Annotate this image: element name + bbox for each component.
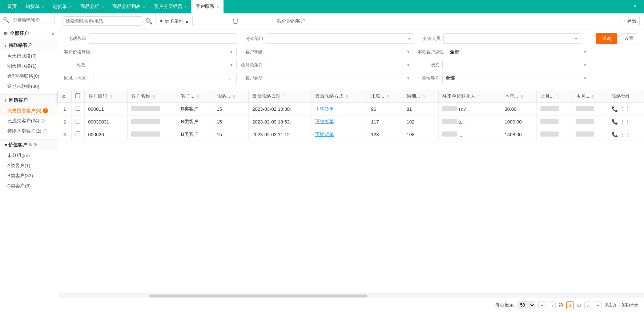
my-customers-checkbox[interactable] — [196, 19, 275, 24]
my-customers-checkbox-label[interactable]: 我分管的客户 — [196, 18, 305, 24]
th-name[interactable]: 客户名称 ⇅ — [128, 90, 177, 103]
row-checkbox-3[interactable] — [71, 128, 84, 141]
phone-icon-3[interactable]: 📞 — [612, 131, 618, 137]
more-conditions-button[interactable]: ▼ 更多条件 ▲ — [156, 16, 193, 26]
value-refresh-icon[interactable]: ↻ — [29, 142, 32, 147]
nav-product-analysis[interactable]: 商品分析 × — [76, 0, 108, 13]
row-last-method-3[interactable]: 下销货单 — [311, 128, 367, 141]
filter-level-select[interactable]: ▼ — [266, 47, 414, 57]
sidebar-item-c-class[interactable]: C类客户(6) — [0, 181, 58, 191]
filter-phone-input[interactable] — [89, 33, 237, 44]
sidebar-item-churn-warning[interactable]: 流失预警客户(3) ! — [0, 106, 58, 116]
settings-button[interactable]: 设置 — [620, 33, 638, 44]
th-this-month[interactable]: 本月... ⇅ — [572, 90, 608, 103]
th-level[interactable]: 客户... ⇅ — [177, 90, 213, 103]
nav-sales-close[interactable]: × — [42, 4, 44, 9]
sidebar-item-a-class[interactable]: A类客户(1) — [0, 161, 58, 171]
search-button[interactable]: 🔍 — [145, 18, 153, 25]
sidebar-item-overdue[interactable]: 逾期未联络(30) — [0, 81, 58, 92]
phone-icon-1[interactable]: 📞 — [612, 106, 618, 112]
window-close-button[interactable]: × — [629, 3, 641, 10]
filter-nature-label: 性质 — [64, 62, 86, 68]
th-contact2[interactable]: 往来单位联系人 ⇅ — [439, 90, 501, 103]
th-uncontacted[interactable]: 未联... ⇅ — [367, 90, 403, 103]
nav-home[interactable]: 首页 — [3, 0, 21, 13]
th-checkbox[interactable] — [71, 90, 84, 103]
nav-product-list[interactable]: 商品分析列表 × — [108, 0, 149, 13]
filter-payment-select[interactable]: ▼ — [266, 60, 414, 70]
sidebar-item-declining[interactable]: 持续下滑客户(2) ⓘ — [0, 126, 58, 136]
next-page-button[interactable]: › — [584, 301, 591, 309]
table-settings-icon[interactable]: ⚙ — [62, 94, 66, 99]
sidebar-all-customers[interactable]: ⊞ 全部客户 « — [0, 27, 58, 40]
prev-page-button[interactable]: ‹ — [549, 301, 555, 309]
first-page-button[interactable]: « — [538, 301, 546, 309]
row-checkbox-1[interactable] — [71, 103, 84, 116]
sidebar-item-lost[interactable]: 已流失客户(24) ⓘ — [0, 116, 58, 126]
row-last-method-2[interactable]: 下销货单 — [311, 116, 367, 128]
filter-zero-customer-select[interactable]: 全部 ▼ — [442, 73, 590, 83]
horizontal-scrollbar[interactable] — [58, 293, 644, 298]
phone-icon-2[interactable]: 📞 — [612, 119, 618, 125]
filter-dept-select[interactable]: ▼ — [266, 33, 414, 44]
filter-region-select[interactable]: … — [93, 73, 237, 83]
per-page-select[interactable]: 50 100 200 — [517, 301, 535, 309]
filter-nature-select[interactable]: ▼ — [89, 60, 237, 70]
nav-customer-tier-close[interactable]: × — [185, 4, 187, 9]
filter-zero-customer: 零散客户 全部 ▼ — [418, 73, 590, 83]
more-actions-icon-2[interactable]: ⋮⋮ — [620, 119, 630, 125]
export-button[interactable]: ↑ 导出 — [620, 16, 640, 26]
nav-product-analysis-close[interactable]: × — [101, 4, 104, 9]
row-action-2[interactable]: 📞 ⋮⋮ — [608, 116, 644, 128]
nav-purchase[interactable]: 进货单 × — [48, 0, 76, 13]
sidebar-item-b-class[interactable]: B类客户(33) — [0, 171, 58, 181]
filter-zero-customer-label: 零散客户 — [418, 75, 439, 81]
more-actions-icon-1[interactable]: ⋮⋮ — [620, 106, 630, 112]
row-action-3[interactable]: 📞 ⋮⋮ — [608, 128, 644, 141]
row-last-method-1[interactable]: 下销货单 — [311, 103, 367, 116]
th-last-date[interactable]: 最后联络日期 ⇅ — [249, 90, 311, 103]
person-more-button[interactable]: … — [584, 36, 592, 41]
nav-product-list-close[interactable]: × — [143, 4, 145, 9]
nav-purchase-close[interactable]: × — [69, 4, 71, 9]
nav-sales[interactable]: 销货单 × — [21, 0, 48, 13]
scroll-thumb[interactable] — [149, 295, 367, 297]
filter-zero-attr-select[interactable]: 全部 ▼ — [447, 47, 590, 57]
nav-customer-contact[interactable]: 客户联系 × — [191, 0, 223, 13]
row-checkbox-2[interactable] — [71, 116, 84, 128]
region-more-button[interactable]: … — [226, 76, 233, 81]
th-last-month[interactable]: 上月... ⇅ — [536, 90, 572, 103]
sidebar-collapse-icon[interactable]: « — [52, 31, 54, 36]
nav-customer-contact-close[interactable]: × — [217, 4, 219, 9]
last-page-button[interactable]: » — [594, 301, 601, 309]
nature-arrow-icon: ▼ — [230, 63, 233, 67]
sidebar-item-ungrouped[interactable]: 未分组(32) — [0, 150, 58, 161]
filter-cust-type-select[interactable]: ▼ — [266, 73, 414, 83]
row-contact-3: 15 — [213, 128, 249, 141]
th-settings[interactable]: ⚙ — [58, 90, 71, 103]
sidebar-problem-header[interactable]: ▼ 问题客户 — [0, 95, 58, 106]
filter-status-select[interactable]: ▼ — [442, 60, 590, 70]
filter-person-select[interactable]: ▼ — [443, 33, 581, 44]
sidebar-search-input[interactable] — [11, 16, 55, 24]
value-edit-icon[interactable]: ✎ — [34, 142, 37, 147]
search-bar: 🔍 ▼ 更多条件 ▲ 我分管的客户 ↑ 导出 — [58, 13, 644, 29]
row-action-1[interactable]: 📞 ⋮⋮ — [608, 103, 644, 116]
nav-customer-tier[interactable]: 客户分层经营 × — [150, 0, 191, 13]
sidebar-item-tomorrow[interactable]: 明天待联络(1) — [0, 61, 58, 71]
search-input[interactable] — [63, 16, 142, 26]
th-overdue[interactable]: 逾期... ⇅ — [403, 90, 438, 103]
more-actions-icon-3[interactable]: ⋮⋮ — [620, 131, 630, 137]
select-all-checkbox[interactable] — [75, 93, 80, 98]
th-year-amount[interactable]: 本年... ⇅ — [501, 90, 536, 103]
customer-table-container: ⚙ 客户编码 ⇅ 客户名称 ⇅ 客户... ⇅ 联络... ⇅ 最后联络日期 ⇅… — [58, 90, 644, 293]
filter-price-level-select[interactable]: ▼ — [93, 47, 237, 57]
sidebar-pending-header[interactable]: ▼ 待联络客户 — [0, 40, 58, 51]
sidebar-item-today[interactable]: 今天待联络(0) — [0, 51, 58, 61]
sidebar-value-header[interactable]: ▼ 价值客户 ↻ ✎ — [0, 139, 58, 150]
query-button[interactable]: 查询 — [596, 33, 617, 44]
th-contact-count[interactable]: 联络... ⇅ — [213, 90, 249, 103]
sidebar-item-7days[interactable]: 近7天待联络(0) — [0, 71, 58, 81]
th-code[interactable]: 客户编码 ⇅ — [84, 90, 128, 103]
th-last-method[interactable]: 最后联络方式 ⇅ — [311, 90, 367, 103]
